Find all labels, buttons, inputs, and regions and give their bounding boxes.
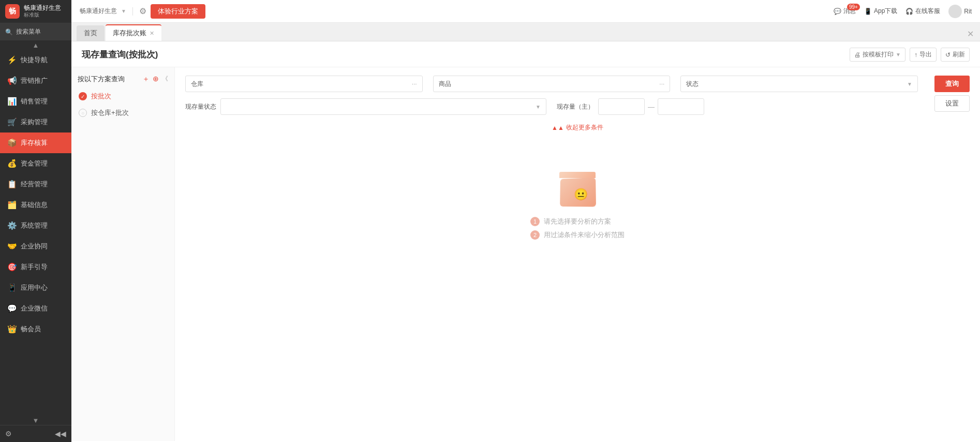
left-panel-header: 按以下方案查询 ＋ ⊕ 《 — [71, 72, 174, 88]
product-more-icon[interactable]: ··· — [659, 80, 664, 87]
close-panel-icon[interactable]: ✕ — [965, 27, 976, 41]
collapse-label: 收起更多条件 — [566, 123, 603, 132]
refresh-btn[interactable]: ↺ 刷新 — [941, 48, 970, 62]
sidebar-nav: ⚡ 快捷导航 📢 营销推广 📊 销售管理 🛒 采购管理 📦 库存核算 💰 资金管… — [0, 50, 71, 416]
inactive-scheme-dot: ○ — [79, 109, 87, 117]
inventory-icon: 📦 — [7, 138, 17, 148]
inventory-main-from[interactable] — [598, 98, 645, 115]
sidebar-item-label: 采购管理 — [21, 117, 48, 127]
sidebar-item-sales[interactable]: 📊 销售管理 — [0, 91, 71, 112]
print-template-btn[interactable]: 🖨 按模板打印 ▼ — [850, 48, 905, 62]
tab-close-icon[interactable]: ✕ — [150, 30, 154, 37]
headset-icon: 🎧 — [905, 8, 913, 15]
sidebar-item-operations[interactable]: 📋 经营管理 — [0, 174, 71, 195]
query-button[interactable]: 查询 — [934, 76, 970, 92]
box-body: 😐 — [560, 178, 596, 207]
breadcrumb-text: 畅康通好生意 — [80, 7, 117, 16]
status-label: 状态 — [686, 80, 699, 89]
app-download-btn[interactable]: 📱 App下载 — [864, 7, 897, 16]
tab-batch-account[interactable]: 库存批次账 ✕ — [106, 24, 161, 41]
product-label: 商品 — [439, 80, 451, 89]
settings-icon[interactable]: ⚙ — [5, 430, 12, 438]
collapse-sidebar-icon[interactable]: ◀◀ — [55, 430, 66, 438]
member-icon: 👑 — [7, 325, 17, 334]
sidebar-item-purchase[interactable]: 🛒 采购管理 — [0, 112, 71, 132]
app-download-label: App下载 — [874, 7, 897, 16]
sidebar-item-inventory[interactable]: 📦 库存核算 — [0, 132, 71, 153]
settings-button[interactable]: 设置 — [934, 95, 970, 112]
sidebar-item-cooperation[interactable]: 🤝 企业协同 — [0, 236, 71, 257]
scheme-warehouse-batch[interactable]: ○ 按仓库+批次 — [71, 105, 174, 121]
inventory-main-to[interactable] — [658, 98, 704, 115]
active-scheme-dot: ✓ — [79, 92, 87, 100]
app-title: 畅康通好生意 — [24, 4, 61, 11]
range-separator: — — [648, 103, 655, 111]
box-face: 😐 — [574, 188, 588, 201]
status-input[interactable] — [703, 80, 905, 87]
sidebar-item-shortcut[interactable]: ⚡ 快捷导航 — [0, 50, 71, 70]
sidebar-item-wechat[interactable]: 💬 企业微信 — [0, 298, 71, 319]
sidebar-item-label: 销售管理 — [21, 97, 48, 106]
scroll-up-btn[interactable]: ▲ — [0, 40, 71, 50]
print-label: 按模板打印 — [863, 50, 894, 59]
sidebar-item-label: 基础信息 — [21, 200, 48, 210]
add-scheme-icon[interactable]: ＋ — [142, 75, 150, 84]
trial-button[interactable]: 体验行业方案 — [151, 4, 205, 19]
tab-home-label: 首页 — [84, 28, 97, 38]
online-service-btn[interactable]: 🎧 在线客服 — [905, 7, 940, 16]
avatar — [948, 5, 962, 18]
sidebar-item-basics[interactable]: 🗂️ 基础信息 — [0, 195, 71, 215]
search-menu[interactable]: 🔍 搜索菜单 — [0, 23, 71, 40]
scheme-settings-icon[interactable]: ⊕ — [153, 75, 159, 84]
sidebar-item-label: 库存核算 — [21, 138, 48, 148]
product-input[interactable] — [455, 80, 658, 87]
sidebar-item-system[interactable]: ⚙️ 系统管理 — [0, 215, 71, 236]
filter-inventory-main: 现存量（主） — — [557, 98, 918, 115]
messages-btn[interactable]: 💬 消息 99+ — [834, 7, 856, 16]
print-icon: 🖨 — [854, 51, 860, 58]
sidebar-item-label: 营销推广 — [21, 76, 48, 85]
gear-icon[interactable]: ⚙ — [139, 6, 146, 16]
sidebar-item-label: 应用中心 — [21, 283, 48, 292]
cooperation-icon: 🤝 — [7, 242, 17, 251]
sidebar-item-guide[interactable]: 🎯 新手引导 — [0, 257, 71, 277]
hint-text-1: 请先选择要分析的方案 — [544, 217, 611, 226]
content-area: 现存量查询(按批次) 🖨 按模板打印 ▼ ↑ 导出 ↺ 刷新 — [71, 41, 980, 442]
user-profile-btn[interactable]: Rit — [948, 5, 972, 18]
warehouse-label: 仓库 — [191, 80, 203, 89]
sidebar-item-marketing[interactable]: 📢 营销推广 — [0, 70, 71, 91]
status-dropdown-icon[interactable]: ▼ — [907, 81, 912, 87]
filter-area: 按以下方案查询 ＋ ⊕ 《 ✓ 按批次 ○ 按仓库+批次 — [71, 67, 980, 441]
panel-collapse-icon[interactable]: 《 — [162, 75, 168, 84]
export-btn[interactable]: ↑ 导出 — [910, 48, 937, 62]
empty-state: 😐 1 请先选择要分析的方案 2 用过滤条件来缩小分析范围 — [185, 134, 970, 275]
warehouse-input[interactable] — [207, 80, 410, 87]
scheme-batch[interactable]: ✓ 按批次 — [71, 88, 174, 105]
filter-status: 状态 ▼ — [680, 76, 918, 92]
online-service-label: 在线客服 — [915, 7, 940, 16]
tab-home[interactable]: 首页 — [77, 25, 105, 41]
sidebar-item-member[interactable]: 👑 畅会员 — [0, 319, 71, 340]
inventory-status-label: 现存量状态 — [185, 102, 216, 111]
export-label: 导出 — [919, 50, 932, 59]
box-top — [559, 172, 596, 178]
sidebar-bottom: ⚙ ◀◀ — [0, 425, 71, 442]
empty-hint-1: 1 请先选择要分析的方案 — [530, 217, 625, 226]
app-logo: 畅 — [5, 4, 20, 19]
breadcrumb: 畅康通好生意 — [80, 7, 117, 16]
tab-batch-account-label: 库存批次账 — [113, 28, 146, 38]
hint-text-2: 用过滤条件来缩小分析范围 — [544, 230, 625, 240]
page-header: 现存量查询(按批次) 🖨 按模板打印 ▼ ↑ 导出 ↺ 刷新 — [71, 41, 980, 67]
inventory-status-select[interactable]: ▼ — [220, 98, 546, 115]
sidebar-item-finance[interactable]: 💰 资金管理 — [0, 153, 71, 174]
warehouse-more-icon[interactable]: ··· — [412, 80, 417, 87]
hint-num-1: 1 — [530, 217, 540, 226]
scroll-down-btn[interactable]: ▼ — [0, 416, 71, 425]
sidebar-item-apps[interactable]: 📱 应用中心 — [0, 277, 71, 298]
filter-product: 商品 ··· — [433, 76, 671, 92]
chevron-down-icon[interactable]: ▼ — [121, 8, 126, 14]
topbar: 畅康通好生意 ▼ ⚙ 体验行业方案 💬 消息 99+ 📱 App下载 🎧 在线客… — [71, 0, 980, 23]
page-header-actions: 🖨 按模板打印 ▼ ↑ 导出 ↺ 刷新 — [850, 48, 970, 62]
sidebar-header: 畅 畅康通好生意 标准版 — [0, 0, 71, 23]
collapse-button[interactable]: ▲▲ 收起更多条件 — [185, 121, 970, 134]
